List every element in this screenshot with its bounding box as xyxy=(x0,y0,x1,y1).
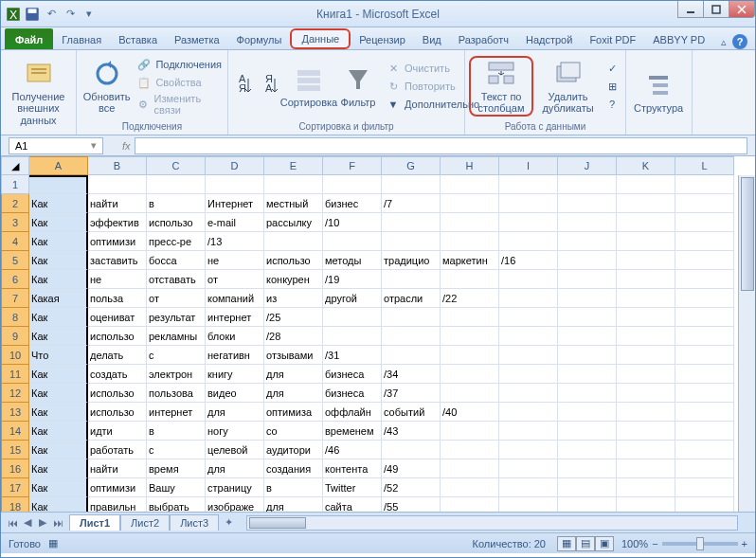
cell[interactable] xyxy=(323,308,382,327)
col-header[interactable]: E xyxy=(264,156,323,175)
cell[interactable]: Twitter xyxy=(323,478,382,497)
cell[interactable] xyxy=(499,232,558,251)
cell[interactable] xyxy=(558,175,617,194)
row-header[interactable]: 18 xyxy=(1,497,29,512)
cell[interactable]: Как xyxy=(29,270,88,289)
cell[interactable] xyxy=(675,327,734,346)
row-header[interactable]: 15 xyxy=(1,441,29,459)
cell[interactable]: с xyxy=(147,441,206,459)
cell[interactable] xyxy=(617,251,675,270)
cell[interactable]: результат xyxy=(147,308,206,327)
close-button[interactable] xyxy=(729,1,755,18)
cell[interactable] xyxy=(675,346,734,365)
cell[interactable] xyxy=(441,308,499,327)
cell[interactable]: Вашу xyxy=(147,478,206,497)
cell[interactable] xyxy=(558,497,617,512)
cell[interactable] xyxy=(675,422,734,441)
row-header[interactable]: 17 xyxy=(1,478,29,497)
cell[interactable] xyxy=(88,175,147,194)
consolidate-button[interactable]: ⊞ xyxy=(603,78,621,95)
cell[interactable]: Как xyxy=(29,365,88,384)
cell[interactable] xyxy=(382,270,441,289)
cell[interactable] xyxy=(617,422,675,441)
cell[interactable]: бизнеса xyxy=(323,365,382,384)
cell[interactable]: /25 xyxy=(264,308,323,327)
cell[interactable] xyxy=(499,327,558,346)
cell[interactable] xyxy=(675,365,734,384)
cell[interactable] xyxy=(617,459,675,478)
cell[interactable]: использо xyxy=(88,327,147,346)
cell[interactable]: бизнес xyxy=(323,194,382,213)
cell[interactable] xyxy=(441,384,499,403)
sheet-nav-first-icon[interactable]: ⏮ xyxy=(5,515,20,531)
connections-button[interactable]: 🔗Подключения xyxy=(135,56,224,73)
minimize-button[interactable] xyxy=(677,1,704,18)
cell[interactable]: делать xyxy=(88,346,147,365)
cell[interactable]: Как xyxy=(29,327,88,346)
cell[interactable]: рекламны xyxy=(147,327,206,346)
cell[interactable] xyxy=(499,175,558,194)
cell[interactable] xyxy=(675,270,734,289)
cell[interactable] xyxy=(675,251,734,270)
col-header[interactable]: C xyxy=(147,156,206,175)
cell[interactable]: использо xyxy=(147,213,206,232)
cell[interactable] xyxy=(29,175,88,194)
cell[interactable] xyxy=(558,478,617,497)
cell[interactable] xyxy=(441,194,499,213)
tab-abbyy pd[interactable]: ABBYY PD xyxy=(644,28,713,49)
cell[interactable]: /31 xyxy=(323,346,382,365)
cell[interactable] xyxy=(617,441,675,459)
cell[interactable]: Как xyxy=(29,213,88,232)
col-header[interactable]: D xyxy=(206,156,264,175)
row-header[interactable]: 10 xyxy=(1,346,29,365)
sheet-tab[interactable]: Лист2 xyxy=(120,514,170,531)
sheet-tab[interactable]: Лист3 xyxy=(170,514,219,531)
row-header[interactable]: 11 xyxy=(1,365,29,384)
cell[interactable]: электрон xyxy=(147,365,206,384)
chevron-down-icon[interactable]: ▾ xyxy=(91,139,97,152)
remove-duplicates-button[interactable]: Удалить дубликаты xyxy=(535,57,601,116)
cell[interactable] xyxy=(441,497,499,512)
sheet-nav-last-icon[interactable]: ⏭ xyxy=(50,515,65,531)
validation-button[interactable]: ✓ xyxy=(603,60,621,77)
cell[interactable] xyxy=(617,403,675,422)
cell[interactable] xyxy=(558,327,617,346)
row-header[interactable]: 2 xyxy=(1,194,29,213)
cell[interactable]: идти xyxy=(88,422,147,441)
cell[interactable]: для xyxy=(264,497,323,512)
row-header[interactable]: 8 xyxy=(1,308,29,327)
cell[interactable]: /19 xyxy=(323,270,382,289)
row-header[interactable]: 9 xyxy=(1,327,29,346)
cell[interactable]: блоки xyxy=(206,327,264,346)
cell[interactable]: традицио xyxy=(382,251,441,270)
sheet-tab[interactable]: Лист1 xyxy=(69,514,120,531)
cell[interactable] xyxy=(675,384,734,403)
cell[interactable] xyxy=(323,232,382,251)
cell[interactable] xyxy=(558,232,617,251)
cell[interactable]: изображе xyxy=(206,497,264,512)
outline-button[interactable]: Структура xyxy=(630,68,687,116)
whatif-button[interactable]: ? xyxy=(603,96,621,113)
col-header[interactable]: G xyxy=(382,156,441,175)
cell[interactable] xyxy=(382,441,441,459)
cell[interactable] xyxy=(558,346,617,365)
row-header[interactable]: 7 xyxy=(1,289,29,308)
cell[interactable]: оффлайн xyxy=(323,403,382,422)
cell[interactable]: использо xyxy=(88,384,147,403)
cell[interactable]: для xyxy=(264,365,323,384)
cell[interactable]: местный xyxy=(264,194,323,213)
cell[interactable]: рассылку xyxy=(264,213,323,232)
cell[interactable] xyxy=(558,308,617,327)
cell[interactable] xyxy=(675,213,734,232)
cell[interactable]: компаний xyxy=(206,289,264,308)
tab-рецензир[interactable]: Рецензир xyxy=(351,28,414,49)
cell[interactable] xyxy=(617,346,675,365)
cell[interactable] xyxy=(499,289,558,308)
tab-главная[interactable]: Главная xyxy=(53,28,110,49)
cell[interactable]: Как xyxy=(29,251,88,270)
tab-file[interactable]: Файл xyxy=(5,28,53,49)
cell[interactable]: Интернет xyxy=(206,194,264,213)
cell[interactable] xyxy=(441,270,499,289)
cell[interactable]: /7 xyxy=(382,194,441,213)
zoom-in-button[interactable]: + xyxy=(742,538,747,549)
